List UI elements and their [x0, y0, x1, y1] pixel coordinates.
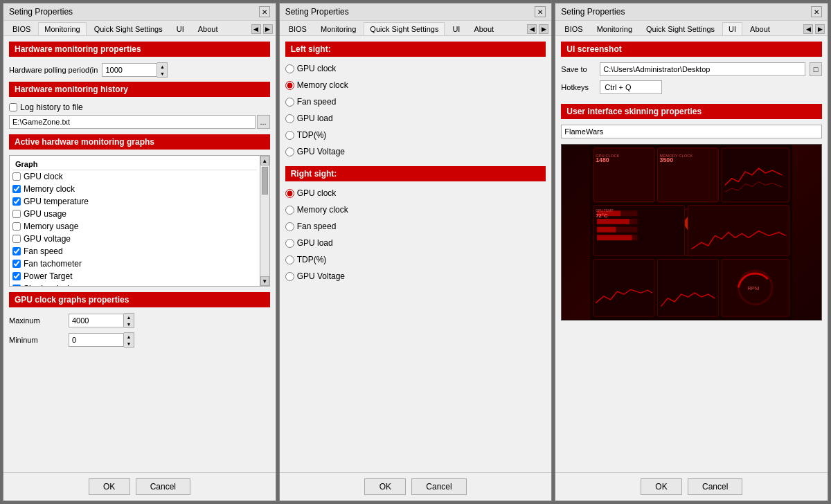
tab-about-2[interactable]: About	[467, 22, 500, 35]
minimum-input[interactable]	[69, 333, 124, 347]
save-to-input[interactable]	[600, 62, 805, 76]
graph-checkbox-6[interactable]	[12, 247, 21, 255]
active-graphs-header: Active hardware monitoring graphs	[9, 134, 270, 150]
tab-bios-1[interactable]: BIOS	[6, 22, 37, 35]
tab-monitoring-3[interactable]: Monitoring	[591, 22, 638, 35]
right-radio-input-0[interactable]	[285, 189, 294, 198]
graph-checkbox-2[interactable]	[12, 197, 21, 206]
graph-checkbox-7[interactable]	[12, 260, 21, 268]
title-text-2: Seting Properties	[285, 7, 349, 17]
tab-ui-3[interactable]: UI	[722, 22, 742, 35]
right-radio-label-2: Fan speed	[297, 222, 337, 231]
ok-button-1[interactable]: OK	[89, 478, 130, 495]
tab-quicksight-1[interactable]: Quick Sight Settings	[88, 22, 169, 35]
cancel-button-3[interactable]: Cancel	[688, 478, 742, 495]
right-radio-input-3[interactable]	[285, 239, 294, 248]
graph-checkbox-1[interactable]	[12, 185, 21, 193]
tab-ui-1[interactable]: UI	[170, 22, 190, 35]
polling-input[interactable]	[102, 63, 157, 77]
cancel-button-1[interactable]: Cancel	[136, 478, 190, 495]
tab-nav-left-1[interactable]: ◀	[251, 24, 261, 34]
polling-down[interactable]: ▼	[157, 70, 167, 77]
tab-about-3[interactable]: About	[744, 22, 776, 35]
ok-button-3[interactable]: OK	[641, 478, 682, 495]
graph-item-2: GPU temperature	[12, 197, 257, 206]
close-button-1[interactable]: ✕	[259, 6, 270, 17]
graph-checkbox-9[interactable]	[12, 285, 21, 287]
scrollbar-thumb[interactable]	[262, 167, 268, 195]
scrollbar-track	[260, 165, 269, 276]
maximum-spinner: ▲ ▼	[69, 313, 134, 328]
tab-bios-2[interactable]: BIOS	[283, 22, 313, 35]
maximum-input[interactable]	[69, 314, 124, 327]
svg-rect-17	[597, 235, 632, 240]
polling-up[interactable]: ▲	[157, 63, 167, 70]
svg-rect-13	[597, 219, 629, 224]
close-button-2[interactable]: ✕	[535, 6, 546, 17]
save-to-browse[interactable]: □	[810, 62, 822, 76]
maximum-up[interactable]: ▲	[124, 314, 134, 321]
file-path-input[interactable]	[9, 115, 256, 129]
graph-scrollbar[interactable]: ▲ ▼	[260, 156, 269, 286]
tab-quicksight-3[interactable]: Quick Sight Settings	[640, 22, 721, 35]
svg-text:1480: 1480	[596, 156, 610, 163]
left-radio-input-0[interactable]	[285, 64, 294, 73]
right-radio-1: Memory clock	[285, 204, 546, 216]
svg-rect-18	[594, 259, 655, 316]
scrollbar-up[interactable]: ▲	[260, 156, 269, 165]
left-radio-label-4: TDP(%)	[297, 130, 327, 140]
graph-checkbox-8[interactable]	[12, 272, 21, 280]
close-button-3[interactable]: ✕	[811, 6, 822, 17]
right-radio-input-1[interactable]	[285, 206, 294, 215]
graph-label-8: Power Target	[24, 271, 72, 281]
window-1: Seting Properties ✕ BIOS Monitoring Quic…	[3, 3, 276, 501]
graph-checkbox-0[interactable]	[12, 172, 21, 181]
minimum-up[interactable]: ▲	[124, 333, 134, 340]
right-radio-input-5[interactable]	[285, 272, 294, 281]
left-radio-input-3[interactable]	[285, 114, 294, 123]
save-to-row: Save to □	[561, 62, 822, 76]
graph-item-4: Memory usage	[12, 222, 257, 231]
graph-checkbox-5[interactable]	[12, 235, 21, 243]
maximum-down[interactable]: ▼	[124, 321, 134, 327]
right-radio-input-2[interactable]	[285, 222, 294, 231]
scrollbar-down[interactable]: ▼	[260, 276, 269, 286]
left-radio-4: TDP(%)	[285, 129, 546, 141]
cancel-button-2[interactable]: Cancel	[411, 478, 466, 495]
graph-item-0: GPU clock	[12, 172, 257, 181]
tab-nav-right-2[interactable]: ▶	[539, 24, 548, 34]
graph-checkbox-4[interactable]	[12, 222, 21, 231]
gpu-props-header: GPU clock graphs properties	[9, 292, 270, 307]
right-radio-input-4[interactable]	[285, 255, 294, 264]
title-bar-1: Seting Properties ✕	[3, 3, 276, 21]
graph-list-container: Graph GPU clock Memory clock GPU tempera…	[9, 155, 270, 287]
tab-nav-left-3[interactable]: ◀	[803, 24, 813, 34]
title-text-3: Seting Properties	[561, 7, 625, 17]
window-content-2: Left sight: GPU clock Memory clock Fan s…	[280, 36, 552, 472]
log-history-checkbox[interactable]	[9, 103, 17, 111]
left-radio-input-4[interactable]	[285, 131, 294, 140]
left-radio-input-1[interactable]	[285, 81, 294, 90]
tab-nav-left-2[interactable]: ◀	[527, 24, 537, 34]
ok-button-2[interactable]: OK	[364, 478, 406, 495]
polling-label: Hardware polling period(in	[9, 66, 98, 74]
right-radio-label-3: GPU load	[297, 238, 333, 248]
tab-about-1[interactable]: About	[192, 22, 224, 35]
tab-quicksight-2[interactable]: Quick Sight Settings	[364, 22, 445, 35]
tab-ui-2[interactable]: UI	[446, 22, 466, 35]
left-radio-input-5[interactable]	[285, 147, 294, 156]
graph-label-3: GPU usage	[24, 209, 66, 219]
tab-nav-right-3[interactable]: ▶	[815, 24, 825, 34]
tab-monitoring-2[interactable]: Monitoring	[314, 22, 362, 35]
hotkeys-input[interactable]	[600, 80, 662, 94]
left-radio-input-2[interactable]	[285, 98, 294, 107]
minimum-down[interactable]: ▼	[124, 340, 134, 347]
skin-dropdown[interactable]: FlameWars Default Classic	[561, 125, 822, 138]
tab-bios-3[interactable]: BIOS	[558, 22, 589, 35]
right-radio-5: GPU Voltage	[285, 270, 546, 282]
graph-checkbox-3[interactable]	[12, 210, 21, 218]
tab-nav-right-1[interactable]: ▶	[263, 24, 273, 34]
graph-label-2: GPU temperature	[24, 197, 89, 206]
browse-button[interactable]: ...	[257, 115, 270, 129]
tab-monitoring-1[interactable]: Monitoring	[38, 22, 86, 35]
